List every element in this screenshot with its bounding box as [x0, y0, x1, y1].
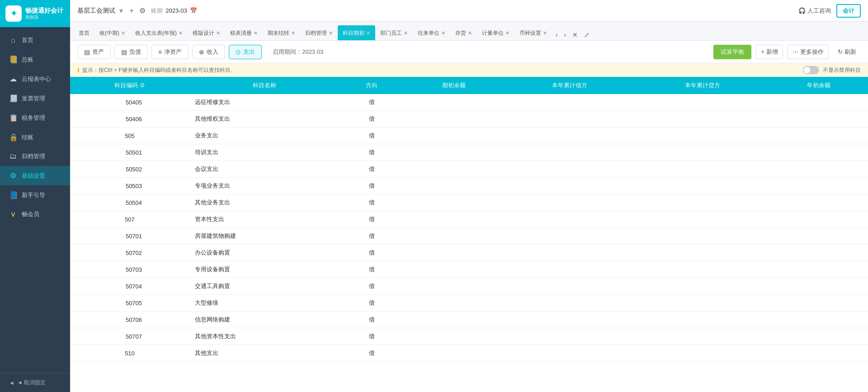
- filter-tab-income[interactable]: ⊕ 收入: [192, 45, 225, 59]
- table-row[interactable]: 50706信息网络购建借: [70, 312, 868, 328]
- settings-gear-icon[interactable]: ⚙: [139, 6, 146, 15]
- table-container: 科目编码 ⚙ 科目名称 方向 期初余额 本年累计借方 本年累计贷方 年初余额 5…: [70, 77, 868, 392]
- tab-close-icon[interactable]: ✕: [254, 30, 258, 36]
- table-row[interactable]: 50406其他维权支出借: [70, 111, 868, 128]
- tab-close-icon[interactable]: ✕: [468, 30, 472, 36]
- tab-units[interactable]: 计量单位 ✕: [477, 25, 514, 41]
- tab-archive[interactable]: 归档管理 ✕: [300, 25, 338, 41]
- cell-opening: [404, 261, 503, 278]
- filter-tab-asset[interactable]: ▤ 资产: [77, 45, 111, 59]
- sidebar-item-reports[interactable]: ☁ 云报表中心: [0, 69, 70, 89]
- tab-close-icon[interactable]: ✕: [291, 30, 295, 36]
- tab-tax-list[interactable]: 税表清册 ✕: [225, 25, 263, 41]
- more-actions-btn[interactable]: ⋯ 更多操作: [788, 45, 829, 59]
- cell-code: 50705: [70, 295, 189, 312]
- table-row[interactable]: 50705大型修缮借: [70, 295, 868, 312]
- filter-tab-expense[interactable]: ⊙ 支出: [229, 45, 262, 59]
- new-btn[interactable]: + 新增: [756, 45, 783, 59]
- add-company-btn[interactable]: +: [130, 7, 134, 15]
- sidebar-item-settings[interactable]: ⚙ 基础设置: [0, 166, 70, 185]
- tab-close-icon[interactable]: ✕: [121, 30, 125, 36]
- cell-code: 507: [70, 211, 189, 228]
- tab-next-btn[interactable]: ›: [561, 29, 569, 40]
- table-row[interactable]: 507资本性支出借: [70, 211, 868, 228]
- disabled-toggle[interactable]: [803, 66, 819, 74]
- cloud-icon: ☁: [9, 75, 17, 83]
- cell-code: 50503: [70, 178, 189, 194]
- tab-inventory[interactable]: 存货 ✕: [450, 25, 477, 41]
- table-row[interactable]: 50405远征维修支出借: [70, 94, 868, 111]
- filter-tab-label: 净资产: [164, 48, 182, 56]
- calc-balance-btn[interactable]: 试算平衡: [713, 45, 751, 59]
- cell-ytd-debit: [503, 278, 636, 295]
- tab-close-icon[interactable]: ✕: [441, 30, 445, 36]
- filter-tab-liability[interactable]: ▤ 负债: [114, 45, 148, 59]
- cell-name: 其他业务支出: [189, 194, 339, 211]
- tab-close-icon[interactable]: ✕: [216, 30, 220, 36]
- table-row[interactable]: 510其他支出借: [70, 345, 868, 362]
- tab-period-closing[interactable]: 期末结转 ✕: [263, 25, 300, 41]
- tab-label: 币种设置: [519, 29, 541, 37]
- calendar-icon[interactable]: 📅: [190, 7, 197, 14]
- table-row[interactable]: 505业务支出借: [70, 128, 868, 144]
- tab-contacts[interactable]: 往来单位 ✕: [413, 25, 450, 41]
- tab-close-icon[interactable]: ✕: [366, 30, 370, 36]
- tab-prev-btn[interactable]: ‹: [553, 29, 561, 40]
- sidebar-item-closing[interactable]: 🔒 结账: [0, 128, 70, 147]
- tab-bar: 首页 收(中期) ✕ 收入支出表(年报) ✕ 模版设计 ✕ 税表清册 ✕ 期末结…: [70, 22, 868, 41]
- table-row[interactable]: 50502会议支出借: [70, 161, 868, 178]
- notice-bar: ℹ 提示：按Ctrl + F键并输入科目编码或者科目名称可以查找科目。 不显示禁…: [70, 63, 868, 77]
- tab-home[interactable]: 首页: [74, 25, 94, 41]
- tab-subject-initial[interactable]: 科目期初 ✕: [338, 25, 375, 41]
- table-row[interactable]: 50702办公设备购置借: [70, 245, 868, 261]
- cell-direction: 借: [339, 94, 404, 111]
- table-row[interactable]: 50704交通工具购置借: [70, 278, 868, 295]
- tab-income-annual[interactable]: 收入支出表(年报) ✕: [130, 25, 188, 41]
- cell-code: 50406: [70, 111, 189, 128]
- tab-department[interactable]: 部门员工 ✕: [375, 25, 413, 41]
- filter-tab-net-asset[interactable]: ≡ 净资产: [151, 45, 189, 59]
- tab-expand-btn[interactable]: ⤢: [581, 29, 592, 40]
- account-button[interactable]: 会计: [836, 4, 861, 18]
- tab-income-midterm[interactable]: 收(中期) ✕: [94, 25, 130, 41]
- cell-code: 50703: [70, 261, 189, 278]
- tab-currency[interactable]: 币种设置 ✕: [514, 25, 552, 41]
- table-row[interactable]: 50707其他资本性支出借: [70, 328, 868, 345]
- invoice-icon: 🧾: [9, 94, 17, 103]
- cell-direction: 借: [339, 295, 404, 312]
- column-settings-icon[interactable]: ⚙: [140, 82, 145, 89]
- tab-close-icon[interactable]: ✕: [543, 30, 547, 36]
- cell-name: 办公设备购置: [189, 245, 339, 261]
- sidebar-item-home[interactable]: ⌂ 首页: [0, 31, 70, 50]
- sidebar-item-ledger[interactable]: 📒 总账: [0, 50, 70, 69]
- company-selector[interactable]: 基层工会测试 ▼: [77, 7, 124, 15]
- cell-year-start: [769, 228, 868, 245]
- sidebar-item-tax[interactable]: 📋 税务管理: [0, 108, 70, 128]
- table-row[interactable]: 50503专项业务支出借: [70, 178, 868, 194]
- sidebar-item-archive[interactable]: 🗂 归档管理: [0, 147, 70, 166]
- sidebar-item-invoice[interactable]: 🧾 发票管理: [0, 89, 70, 108]
- tab-close-all-btn[interactable]: ✕: [570, 29, 580, 40]
- toggle-label: 不显示禁用科目: [823, 66, 861, 74]
- more-label: 更多操作: [800, 48, 824, 56]
- tab-close-icon[interactable]: ✕: [179, 30, 183, 36]
- sidebar-item-label: 基础设置: [22, 172, 45, 180]
- tab-close-icon[interactable]: ✕: [404, 30, 408, 36]
- cell-code: 510: [70, 345, 189, 362]
- sidebar-item-member[interactable]: V 畅会员: [0, 205, 70, 224]
- sidebar-collapse-btn[interactable]: ◄ ◄ 取消固定: [0, 373, 70, 392]
- cell-code: 50701: [70, 228, 189, 245]
- tab-close-icon[interactable]: ✕: [505, 30, 509, 36]
- refresh-btn[interactable]: ↻ 刷新: [833, 45, 861, 59]
- tab-template[interactable]: 模版设计 ✕: [188, 25, 225, 41]
- tab-label: 税表清册: [230, 29, 252, 37]
- table-row[interactable]: 50504其他业务支出借: [70, 194, 868, 211]
- table-row[interactable]: 50501培训支出借: [70, 144, 868, 161]
- support-button[interactable]: 🎧 人工咨询: [798, 7, 831, 15]
- sidebar-item-newbie[interactable]: 📘 新手引导: [0, 185, 70, 205]
- sidebar-item-label: 总账: [22, 56, 33, 64]
- tab-close-icon[interactable]: ✕: [329, 30, 333, 36]
- table-row[interactable]: 50703专用设备购置借: [70, 261, 868, 278]
- table-row[interactable]: 50701房屋建筑物购建借: [70, 228, 868, 245]
- cell-code: 50501: [70, 144, 189, 161]
